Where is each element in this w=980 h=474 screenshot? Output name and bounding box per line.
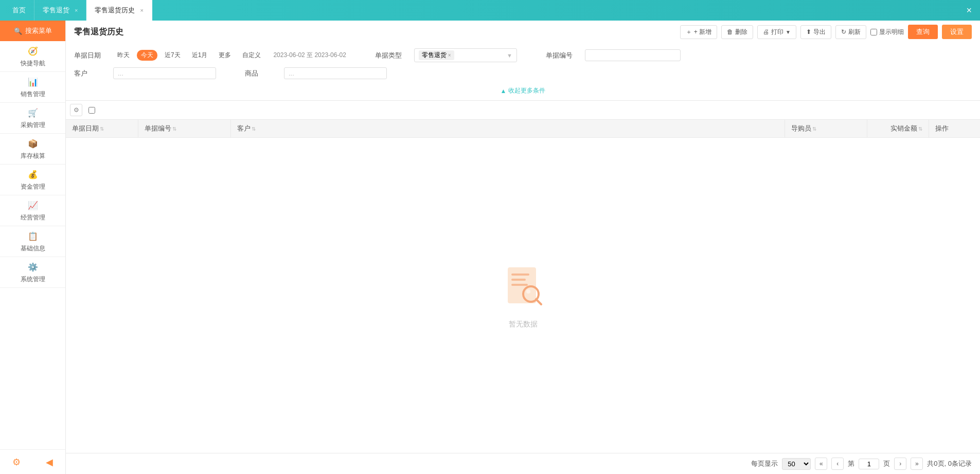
close-tab-retail-return[interactable]: × (75, 7, 78, 13)
table-container: ⚙ 单据日期 ⇅ 单据编号 (66, 101, 980, 474)
print-button[interactable]: 🖨 打印 ▼ (757, 25, 796, 39)
svg-rect-3 (511, 284, 528, 286)
empty-text: 暂无数据 (509, 320, 538, 329)
collapse-icon: ▲ (501, 87, 507, 95)
page-header: 零售退货历史 ＋ + 新增 🗑 删除 🖨 打印 ▼ (66, 21, 980, 101)
page-title: 零售退货历史 (74, 27, 123, 38)
collapse-sidebar-icon[interactable]: ◀ (46, 457, 53, 468)
sidebar-item-inventory[interactable]: 📦 库存核算 (0, 134, 65, 165)
next-page-button[interactable]: › (894, 458, 906, 470)
collapse-filter-button[interactable]: ▲ 收起更多条件 (494, 84, 552, 97)
type-select[interactable]: 零售退货 × ▼ (414, 48, 517, 62)
setting-button[interactable]: 设置 (942, 25, 972, 39)
sales-icon: 📊 (27, 76, 39, 88)
settings-bottom-icon[interactable]: ⚙ (12, 457, 21, 468)
sidebar-item-finance[interactable]: 💰 资金管理 (0, 165, 65, 195)
last-page-button[interactable]: » (911, 458, 923, 470)
goods-select[interactable]: ... (284, 67, 387, 79)
prev-page-button[interactable]: ‹ (831, 458, 844, 470)
sidebar-item-purchase-mgmt[interactable]: 🛒 采购管理 (0, 103, 65, 134)
tab-home[interactable]: 首页 (4, 0, 34, 21)
sidebar: 🔍 搜索菜单 🧭 快捷导航 📊 销售管理 🛒 采购管理 📦 库存核算 💰 资金管… (0, 21, 66, 474)
th-voucher-date[interactable]: 单据日期 ⇅ (66, 120, 138, 138)
finance-icon: 💰 (27, 168, 39, 180)
customer-select[interactable]: ... (113, 67, 216, 79)
type-tag-close[interactable]: × (448, 52, 451, 58)
svg-point-6 (526, 289, 530, 294)
show-detail-checkbox-label[interactable]: 显示明细 (870, 28, 904, 37)
empty-illustration (497, 262, 549, 314)
table-toolbar: ⚙ (66, 101, 980, 120)
sort-guide-icon: ⇅ (812, 126, 816, 132)
date-quick-select: 昨天 今天 近7天 近1月 更多 自定义 (113, 50, 265, 61)
filter-row-2: 客户 ... 商品 ... (74, 67, 972, 84)
main-content: 零售退货历史 ＋ + 新增 🗑 删除 🖨 打印 ▼ (66, 21, 980, 474)
tab-retail-return-history[interactable]: 零售退货历史 × (86, 0, 152, 21)
th-voucher-no[interactable]: 单据编号 ⇅ (138, 120, 230, 138)
print-icon: 🖨 (763, 28, 769, 35)
search-icon: 🔍 (14, 27, 22, 35)
export-icon: ⬆ (806, 28, 811, 35)
select-all-checkbox[interactable] (88, 107, 95, 114)
new-button[interactable]: ＋ + 新增 (680, 25, 717, 39)
th-customer[interactable]: 客户 ⇅ (230, 120, 785, 138)
table-column-settings-icon[interactable]: ⚙ (70, 104, 82, 116)
customer-label: 客户 (74, 69, 105, 78)
th-guide[interactable]: 导购员 ⇅ (785, 120, 867, 138)
window-close-button[interactable]: × (962, 5, 976, 16)
date-btn-7days[interactable]: 近7天 (161, 50, 185, 61)
table-header-row: 单据日期 ⇅ 单据编号 ⇅ 客户 (66, 120, 980, 138)
delete-button[interactable]: 🗑 删除 (721, 25, 753, 39)
date-btn-1month[interactable]: 近1月 (188, 50, 212, 61)
date-filter-label: 单据日期 (74, 51, 105, 60)
per-page-label: 每页显示 (751, 459, 778, 468)
sort-voucher-date-icon: ⇅ (100, 126, 104, 132)
refresh-button[interactable]: ↻ 刷新 (835, 25, 866, 39)
voucher-no-input[interactable] (585, 49, 681, 61)
total-info: 共0页, 0条记录 (927, 459, 972, 468)
date-btn-custom[interactable]: 自定义 (238, 50, 265, 61)
sidebar-item-sys-mgmt[interactable]: ⚙️ 系统管理 (0, 257, 65, 288)
voucher-no-label: 单据编号 (546, 51, 577, 60)
show-detail-checkbox[interactable] (870, 29, 877, 35)
goods-label: 商品 (245, 69, 276, 78)
tab-retail-return[interactable]: 零售退货 × (34, 0, 86, 21)
plus-icon: ＋ (686, 28, 692, 37)
page-size-select[interactable]: 50 20 100 200 (782, 458, 811, 470)
business-icon: 📈 (27, 199, 39, 211)
svg-line-5 (536, 299, 541, 304)
date-btn-yesterday[interactable]: 昨天 (113, 50, 134, 61)
app-layout: 🔍 搜索菜单 🧭 快捷导航 📊 销售管理 🛒 采购管理 📦 库存核算 💰 资金管… (0, 21, 980, 474)
svg-rect-1 (511, 274, 529, 276)
type-select-chevron: ▼ (507, 52, 512, 59)
page-title-row: 零售退货历史 ＋ + 新增 🗑 删除 🖨 打印 ▼ (74, 25, 972, 43)
sidebar-item-quick-nav[interactable]: 🧭 快捷导航 (0, 41, 65, 72)
sidebar-search[interactable]: 🔍 搜索菜单 (0, 21, 65, 41)
data-table: 单据日期 ⇅ 单据编号 ⇅ 客户 (66, 120, 980, 138)
export-button[interactable]: ⬆ 导出 (800, 25, 831, 39)
top-bar: 首页 零售退货 × 零售退货历史 × × (0, 0, 980, 21)
query-button[interactable]: 查询 (908, 25, 938, 39)
first-page-button[interactable]: « (815, 458, 827, 470)
close-tab-history[interactable]: × (140, 7, 143, 13)
th-operation: 操作 (929, 120, 980, 138)
sort-customer-icon: ⇅ (252, 126, 256, 132)
th-actual-amount[interactable]: 实销金额 ⇅ (867, 120, 929, 138)
print-chevron-icon: ▼ (786, 29, 791, 35)
page-label: 第 (848, 459, 854, 468)
purchase-icon: 🛒 (27, 106, 39, 119)
page-number-input[interactable] (859, 459, 879, 469)
basic-info-icon: 📋 (27, 230, 39, 242)
date-range-display: 2023-06-02 至 2023-06-02 (273, 51, 346, 60)
sort-voucher-no-icon: ⇅ (172, 126, 176, 132)
sys-icon: ⚙️ (27, 261, 39, 273)
sidebar-item-sales-mgmt[interactable]: 📊 销售管理 (0, 72, 65, 103)
sidebar-item-business[interactable]: 📈 经营管理 (0, 195, 65, 226)
svg-rect-2 (511, 279, 526, 281)
date-btn-more[interactable]: 更多 (215, 50, 235, 61)
pagination: 每页显示 50 20 100 200 « ‹ 第 页 › » 共0页, 0条记录 (66, 453, 980, 474)
toolbar: ＋ + 新增 🗑 删除 🖨 打印 ▼ ⬆ 导出 (680, 25, 972, 39)
type-filter-label: 单据类型 (375, 51, 406, 60)
sidebar-item-basic-info[interactable]: 📋 基础信息 (0, 226, 65, 257)
date-btn-today[interactable]: 今天 (137, 50, 157, 61)
